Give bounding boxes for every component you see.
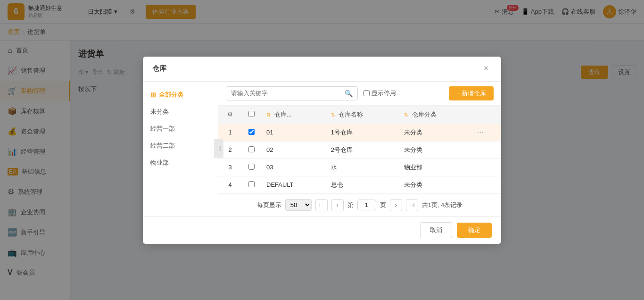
dialog-header: 仓库 × (143, 57, 501, 82)
col-header-code: ⇅ 仓库... (261, 106, 325, 124)
dialog-overlay: 仓库 × 《 ⊞ 全部分类 未分类 经营一部 (0, 0, 644, 300)
col-header-settings: ⚙ (218, 106, 242, 124)
col-header-category: ⇅ 仓库分类 (398, 106, 471, 124)
sort-icon-category: ⇅ (404, 112, 408, 117)
row-actions (471, 158, 501, 176)
category-panel: 《 ⊞ 全部分类 未分类 经营一部 经营二部 物业部 (143, 82, 218, 216)
warehouse-table-container: ⚙ ⇅ 仓库... ⇅ (218, 106, 501, 194)
search-button[interactable]: 🔍 (340, 87, 357, 100)
category-all[interactable]: ⊞ 全部分类 (143, 86, 218, 103)
dialog-title: 仓库 (152, 64, 166, 73)
dialog-toolbar: 🔍 显示停用 + 新增仓库 (218, 82, 501, 106)
row-category: 未分类 (398, 176, 471, 193)
row-checkbox-cell (242, 124, 261, 141)
row-code: 03 (261, 158, 325, 176)
warehouse-dialog: 仓库 × 《 ⊞ 全部分类 未分类 经营一部 (143, 57, 501, 244)
row-num: 1 (218, 124, 242, 141)
last-page-button[interactable]: ⊣ (406, 199, 418, 211)
table-header-row: ⚙ ⇅ 仓库... ⇅ (218, 106, 501, 124)
row-num: 3 (218, 158, 242, 176)
prev-icon: ‹ (337, 202, 339, 208)
page-number-input[interactable] (357, 200, 376, 210)
dialog-body: 《 ⊞ 全部分类 未分类 经营一部 经营二部 物业部 (143, 82, 501, 216)
right-panel: 🔍 显示停用 + 新增仓库 ⚙ (218, 82, 501, 216)
confirm-button[interactable]: 确定 (457, 223, 492, 238)
per-page-label: 每页显示 (257, 201, 281, 209)
row-num: 4 (218, 176, 242, 193)
row-name: 总仓 (325, 176, 398, 193)
row-checkbox-cell (242, 176, 261, 193)
col-header-actions (471, 106, 501, 124)
search-box: 🔍 (226, 86, 358, 100)
dialog-footer: 取消 确定 (143, 216, 501, 244)
row-checkbox[interactable] (248, 146, 255, 152)
settings-icon: ⚙ (227, 111, 233, 118)
col-header-name: ⇅ 仓库名称 (325, 106, 398, 124)
sort-icon-code: ⇅ (266, 112, 271, 117)
category-uncategorized[interactable]: 未分类 (143, 103, 218, 120)
row-actions (471, 176, 501, 193)
cancel-button[interactable]: 取消 (420, 222, 452, 238)
row-actions (471, 141, 501, 158)
pagination: 每页显示 50 100 200 ⊢ ‹ 第 页 (218, 194, 501, 216)
select-all-checkbox[interactable] (248, 111, 255, 117)
table-row[interactable]: 4 DEFAULT 总仓 未分类 (218, 176, 501, 193)
grid-icon: ⊞ (150, 91, 156, 99)
page-text: 第 (347, 201, 354, 209)
category-ops-dept1[interactable]: 经营一部 (143, 120, 218, 137)
first-page-icon: ⊢ (319, 202, 324, 208)
row-code: 01 (261, 124, 325, 141)
first-page-button[interactable]: ⊢ (315, 199, 328, 211)
collapse-button[interactable]: 《 (214, 139, 223, 158)
row-name: 2号仓库 (325, 141, 398, 158)
last-page-icon: ⊣ (410, 202, 414, 208)
collapse-icon: 《 (216, 145, 222, 153)
col-header-checkbox (242, 106, 261, 124)
table-row[interactable]: 1 01 1号仓库 未分类 ··· (218, 124, 501, 141)
show-disabled-label[interactable]: 显示停用 (363, 89, 396, 98)
next-icon: › (395, 202, 397, 208)
row-code: DEFAULT (261, 176, 325, 193)
action-menu-button[interactable]: ··· (477, 128, 483, 136)
prev-page-button[interactable]: ‹ (331, 199, 344, 211)
page-suffix: 页 (380, 201, 386, 209)
row-actions: ··· (471, 124, 501, 141)
category-ops-dept2[interactable]: 经营二部 (143, 137, 218, 154)
row-name: 1号仓库 (325, 124, 398, 141)
row-category: 物业部 (398, 158, 471, 176)
dialog-close-button[interactable]: × (480, 63, 492, 75)
show-disabled-checkbox[interactable] (363, 90, 370, 96)
total-info: 共1页, 4条记录 (422, 201, 463, 209)
row-checkbox[interactable] (248, 181, 255, 187)
row-checkbox[interactable] (248, 129, 255, 135)
add-warehouse-button[interactable]: + 新增仓库 (449, 86, 494, 100)
sort-icon-name: ⇅ (331, 112, 335, 117)
category-property[interactable]: 物业部 (143, 154, 218, 171)
table-row[interactable]: 2 02 2号仓库 未分类 (218, 141, 501, 158)
table-row[interactable]: 3 03 水 物业部 (218, 158, 501, 176)
row-checkbox[interactable] (248, 164, 255, 170)
row-checkbox-cell (242, 158, 261, 176)
row-code: 02 (261, 141, 325, 158)
row-name: 水 (325, 158, 398, 176)
next-page-button[interactable]: › (390, 199, 402, 211)
row-category: 未分类 (398, 124, 471, 141)
per-page-select[interactable]: 50 100 200 (285, 199, 312, 211)
row-checkbox-cell (242, 141, 261, 158)
row-category: 未分类 (398, 141, 471, 158)
warehouse-table: ⚙ ⇅ 仓库... ⇅ (218, 106, 501, 194)
search-input[interactable] (226, 87, 340, 100)
